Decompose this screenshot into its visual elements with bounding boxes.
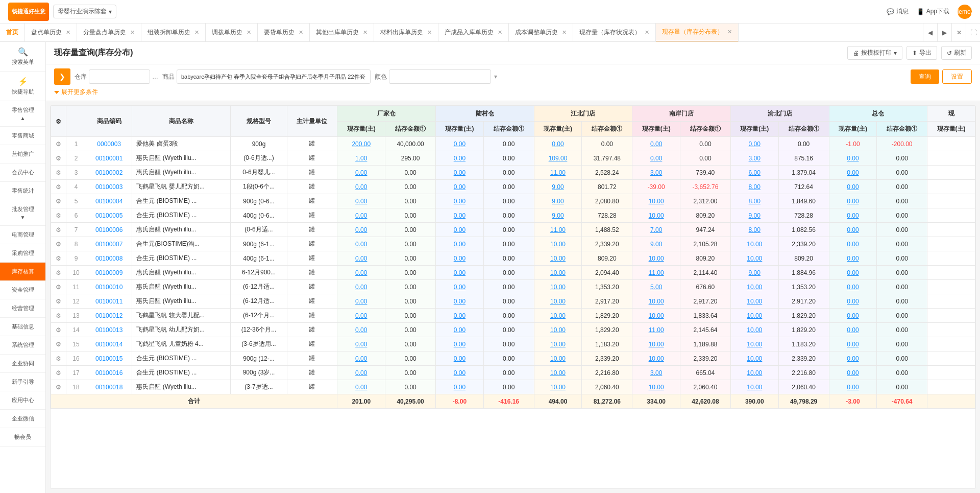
cell-na-qty[interactable]: 10.00: [632, 309, 680, 323]
cell-yb-qty[interactable]: 10.00: [730, 251, 778, 266]
cell-yb-qty[interactable]: 8.00: [730, 223, 778, 237]
cell-jb-qty[interactable]: 11.00: [534, 223, 582, 237]
cell-na-qty[interactable]: 10.00: [632, 194, 680, 208]
cell-yb-qty[interactable]: 9.00: [730, 208, 778, 223]
cell-jb-qty[interactable]: 9.00: [534, 208, 582, 223]
cell-yb-qty[interactable]: 6.00: [730, 166, 778, 180]
sidebar-item-wholesale[interactable]: 批发管理 ▼: [0, 200, 45, 226]
sidebar-item-wechat[interactable]: 企业微信: [0, 410, 45, 428]
sidebar-item-member[interactable]: 会员中心: [0, 163, 45, 182]
cell-jb-qty[interactable]: 9.00: [534, 180, 582, 194]
sidebar-item-retail[interactable]: 零售管理 ▲: [0, 101, 45, 127]
cell-l-qty[interactable]: 0.00: [436, 251, 484, 266]
cell-na-qty[interactable]: 11.00: [632, 323, 680, 337]
refresh-btn[interactable]: ↺ 刷新: [941, 46, 972, 60]
cell-gear[interactable]: ⚙: [51, 251, 66, 266]
cell-f-qty[interactable]: 0.00: [337, 323, 385, 337]
tab-home[interactable]: 首页: [0, 24, 25, 42]
close-icon[interactable]: ✕: [299, 29, 303, 36]
sidebar-item-app-center[interactable]: 应用中心: [0, 391, 45, 410]
cell-f-qty[interactable]: 0.00: [337, 294, 385, 309]
cell-gear[interactable]: ⚙: [51, 151, 66, 166]
cell-f-qty[interactable]: 0.00: [337, 280, 385, 294]
sidebar-item-retail-stats[interactable]: 零售统计: [0, 182, 45, 200]
cell-total-qty[interactable]: 0.00: [829, 309, 877, 323]
cell-f-qty[interactable]: 1.00: [337, 151, 385, 166]
cell-jb-qty[interactable]: 10.00: [534, 337, 582, 351]
cell-f-qty[interactable]: 200.00: [337, 137, 385, 151]
goods-input[interactable]: babycare孕妇待产包 春季入院全套母子组合孕妇产后冬季月子用品 22件套 …: [177, 69, 371, 84]
cell-yb-qty[interactable]: 0.00: [730, 137, 778, 151]
export-btn[interactable]: ⬆ 导出: [906, 46, 937, 60]
cell-f-qty[interactable]: 0.00: [337, 251, 385, 266]
color-input[interactable]: [389, 69, 491, 84]
cell-l-qty[interactable]: 0.00: [436, 380, 484, 394]
cell-na-qty[interactable]: 9.00: [632, 237, 680, 251]
cell-f-qty[interactable]: 0.00: [337, 166, 385, 180]
cell-total-qty[interactable]: 0.00: [829, 366, 877, 380]
cell-l-qty[interactable]: 0.00: [436, 266, 484, 280]
close-icon[interactable]: ✕: [498, 29, 502, 36]
close-icon[interactable]: ✕: [363, 29, 368, 36]
cell-f-qty[interactable]: 0.00: [337, 208, 385, 223]
cell-gear[interactable]: ⚙: [51, 237, 66, 251]
cell-jb-qty[interactable]: 10.00: [534, 237, 582, 251]
sidebar-item-marketing[interactable]: 营销推广: [0, 145, 45, 163]
cell-jb-qty[interactable]: 11.00: [534, 166, 582, 180]
cell-f-qty[interactable]: 0.00: [337, 380, 385, 394]
tab-stock-status[interactable]: 现存量（库存状况表）✕: [573, 24, 656, 42]
cell-total-qty[interactable]: 0.00: [829, 237, 877, 251]
cell-f-qty[interactable]: 0.00: [337, 351, 385, 366]
cell-na-qty[interactable]: 0.00: [632, 151, 680, 166]
close-icon[interactable]: ✕: [645, 29, 649, 36]
cell-l-qty[interactable]: 0.00: [436, 366, 484, 380]
tab-material-out[interactable]: 材料出库单历史 ✕: [374, 24, 438, 42]
tab-cost-adjust[interactable]: 成本调整单历史 ✕: [509, 24, 573, 42]
tab-product-in[interactable]: 产成品入库单历史 ✕: [438, 24, 509, 42]
cell-l-qty[interactable]: 0.00: [436, 294, 484, 309]
cell-jb-qty[interactable]: 10.00: [534, 351, 582, 366]
cell-gear[interactable]: ⚙: [51, 137, 66, 151]
cell-yb-qty[interactable]: 10.00: [730, 337, 778, 351]
cell-jb-qty[interactable]: 10.00: [534, 251, 582, 266]
cell-na-qty[interactable]: 10.00: [632, 294, 680, 309]
app-download-btn[interactable]: 📱 App下载: [917, 7, 949, 16]
cell-total-qty[interactable]: 0.00: [829, 323, 877, 337]
sidebar-item-search[interactable]: 🔍 搜索英单: [0, 42, 45, 72]
sidebar-item-system[interactable]: 系统管理: [0, 336, 45, 355]
cell-total-qty[interactable]: -1.00: [829, 137, 877, 151]
tab-stock-dist[interactable]: 现存量（库存分布表）✕: [656, 24, 739, 42]
cell-na-qty[interactable]: 7.00: [632, 223, 680, 237]
close-icon[interactable]: ✕: [727, 29, 732, 35]
cell-total-qty[interactable]: 0.00: [829, 337, 877, 351]
user-menu[interactable]: demo2: [958, 5, 972, 19]
cell-yb-qty[interactable]: 10.00: [730, 323, 778, 337]
cell-gear[interactable]: ⚙: [51, 180, 66, 194]
cell-na-qty[interactable]: 10.00: [632, 337, 680, 351]
print-btn[interactable]: 🖨 按模板打印 ▾: [847, 46, 902, 60]
ellipsis-icon[interactable]: …: [152, 73, 158, 80]
cell-f-qty[interactable]: 0.00: [337, 180, 385, 194]
cell-gear[interactable]: ⚙: [51, 266, 66, 280]
cell-yb-qty[interactable]: 10.00: [730, 351, 778, 366]
search-btn[interactable]: 查询: [911, 69, 939, 84]
close-icon[interactable]: ✕: [194, 29, 199, 36]
cell-total-qty[interactable]: 0.00: [829, 294, 877, 309]
close-icon[interactable]: ✕: [427, 29, 432, 36]
cell-total-qty[interactable]: 0.00: [829, 166, 877, 180]
cell-yb-qty[interactable]: 3.00: [730, 151, 778, 166]
cell-na-qty[interactable]: 10.00: [632, 380, 680, 394]
cell-jb-qty[interactable]: 10.00: [534, 294, 582, 309]
cell-yb-qty[interactable]: 10.00: [730, 309, 778, 323]
cell-l-qty[interactable]: 0.00: [436, 166, 484, 180]
cell-gear[interactable]: ⚙: [51, 223, 66, 237]
nav-close-all-btn[interactable]: ✕: [951, 24, 966, 42]
cell-yb-qty[interactable]: 10.00: [730, 280, 778, 294]
close-icon[interactable]: ✕: [66, 29, 70, 36]
close-icon[interactable]: ✕: [130, 29, 135, 36]
cell-yb-qty[interactable]: 8.00: [730, 194, 778, 208]
cell-total-qty[interactable]: 0.00: [829, 180, 877, 194]
tab-other-out[interactable]: 其他出库单历史 ✕: [310, 24, 374, 42]
cell-jb-qty[interactable]: 10.00: [534, 323, 582, 337]
cell-na-qty[interactable]: -39.00: [632, 180, 680, 194]
